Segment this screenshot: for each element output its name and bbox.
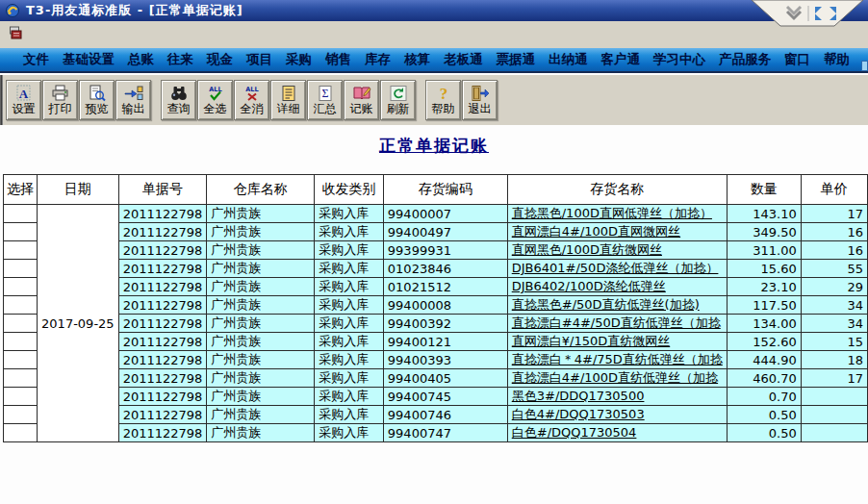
name-cell: 直网黑色/100D直纺微网丝 [507,241,727,260]
name-cell: 直捻黑色#/50D直纺低弹丝(加捻) [507,296,727,315]
category-cell: 采购入库 [315,333,384,351]
qty-cell: 0.50 [727,424,801,442]
price-cell: 15 [801,333,867,351]
menu-item[interactable]: 老板通 [444,51,483,68]
column-header: 数量 [727,175,801,205]
warehouse-cell: 广州贵族 [207,406,315,424]
toolbar-button-label: 打印 [49,103,72,115]
select-cell[interactable] [4,260,38,278]
select-cell[interactable] [4,315,38,333]
svg-text:Σ: Σ [321,87,328,100]
title-bar: T3-用友通标准版 - [正常单据记账] [0,0,868,21]
toolbar-button-label: 设置 [13,103,36,115]
column-header: 单价 [801,175,867,205]
mdi-strip [0,21,868,48]
code-cell: 99400497 [383,223,507,241]
menu-item[interactable]: 客户通 [601,51,641,68]
table-row: 2011122798广州贵族采购入库99400497直网漂白4#/100D直网微… [4,223,868,241]
menu-item[interactable]: 帮助 [824,51,850,68]
qty-cell: 0.70 [727,388,801,406]
name-cell: 白色4#/DQQ1730503 [507,406,727,424]
menu-item[interactable]: 往来 [167,51,193,68]
deselect-all-button[interactable]: ALL全消 [234,80,269,120]
settings-icon: A [14,84,34,102]
detail-button[interactable]: 详细 [270,80,306,120]
help-button[interactable]: ?帮助 [425,80,461,120]
preview-button[interactable]: 预览 [79,80,115,120]
price-cell [801,388,867,406]
menu-item[interactable]: 票据通 [497,51,536,68]
post-button[interactable]: 记账 [344,80,379,120]
toolbar-button-label: 帮助 [432,103,455,115]
select-cell[interactable] [4,333,38,351]
menu-item[interactable]: 总账 [128,51,154,68]
price-cell [801,424,867,442]
select-cell[interactable] [4,351,38,369]
select-cell[interactable] [4,296,38,315]
qty-cell: 0.50 [727,406,801,424]
name-cell: 直捻漂白#4#/50D直纺低弹丝（加捻 [507,315,727,333]
svg-text:A: A [18,86,28,100]
query-icon [169,84,189,102]
price-cell: 17 [801,369,867,388]
doc-no-cell: 2011122798 [118,406,207,424]
select-cell[interactable] [4,223,38,241]
doc-no-cell: 2011122798 [118,424,207,442]
select-cell[interactable] [4,205,38,223]
toolbar-collapse-widget[interactable] [751,0,864,27]
menu-item[interactable]: 现金 [207,51,233,68]
menu-item[interactable]: 学习中心 [653,51,705,68]
summary-button[interactable]: Σ汇总 [307,80,343,120]
table-row: 2011122798广州贵族采购入库99400121直网漂白¥/150D直纺微网… [4,333,868,351]
toolbar-button-label: 预览 [86,103,109,115]
table-row: 2011122798广州贵族采购入库99400745黑色3#/DDQ173050… [4,388,868,406]
detail-icon [279,84,298,102]
price-cell [801,406,867,424]
page-title: 正常单据记账 [0,135,868,157]
select-cell[interactable] [4,406,38,424]
name-cell: 黑色3#/DDQ1730500 [507,388,727,406]
warehouse-cell: 广州贵族 [207,205,315,223]
export-button[interactable]: 输出 [115,80,151,120]
menu-item[interactable]: 产品服务 [719,51,771,68]
code-cell: 99400745 [383,388,507,406]
select-all-icon: ALL [206,84,225,102]
menu-item[interactable]: 基础设置 [63,51,115,68]
select-cell[interactable] [4,388,38,406]
menu-item[interactable]: 库存 [365,51,391,68]
select-cell[interactable] [4,241,38,260]
menu-item[interactable]: 窗口 [784,51,810,68]
category-cell: 采购入库 [315,278,384,296]
select-cell[interactable] [4,369,38,388]
refresh-button[interactable]: 刷新 [380,80,416,120]
toolbar-button-label: 记账 [350,103,373,115]
exit-button[interactable]: 退出 [462,80,498,120]
summary-icon: Σ [316,84,335,102]
toolbar-button-label: 刷新 [387,103,410,115]
price-cell: 29 [801,278,867,296]
menu-scroll-button[interactable] [861,61,868,71]
print-button[interactable]: 打印 [42,80,78,120]
menu-item[interactable]: 销售 [325,51,351,68]
select-cell[interactable] [4,278,38,296]
select-all-button[interactable]: ALL全选 [197,80,233,120]
menu-item[interactable]: 项目 [246,51,272,68]
toolbar-button-label: 查询 [167,103,191,115]
query-button[interactable]: 查询 [161,80,196,120]
menu-item[interactable]: 出纳通 [549,51,588,68]
child-window-icon[interactable] [8,25,23,40]
menu-item[interactable]: 核算 [404,51,430,68]
toolbar-button-label: 详细 [277,103,300,115]
table-row: 2017-09-252011122798广州贵族采购入库99400007直捻黑色… [4,205,868,223]
qty-cell: 152.60 [727,333,801,351]
settings-button[interactable]: A设置 [6,80,41,120]
name-cell: DJB6401#/50D涤纶低弹丝（加捻） [507,260,727,278]
menu-item[interactable]: 文件 [23,51,49,68]
category-cell: 采购入库 [315,406,384,424]
warehouse-cell: 广州贵族 [207,333,315,351]
select-cell[interactable] [4,424,38,442]
menu-item[interactable]: 采购 [286,51,312,68]
documents-table: 选择日期单据号仓库名称收发类别存货编码存货名称数量单价 2017-09-2520… [3,174,868,442]
column-header: 选择 [4,175,38,205]
menu-bar: 文件基础设置总账往来现金项目采购销售库存核算老板通票据通出纳通客户通学习中心产品… [0,48,868,73]
